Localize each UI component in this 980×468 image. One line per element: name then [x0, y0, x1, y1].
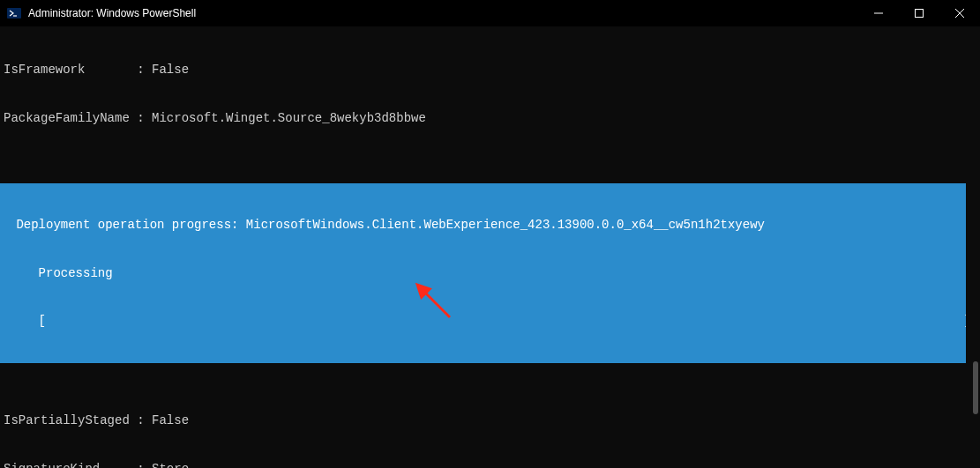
powershell-icon: [7, 6, 21, 20]
progress-block: Deployment operation progress: Microsoft…: [0, 183, 980, 363]
progress-bar: [ ]: [4, 313, 976, 329]
progress-title: Deployment operation progress: Microsoft…: [4, 217, 976, 233]
output-line: SignatureKind : Store: [0, 461, 980, 468]
window-controls: [858, 0, 980, 26]
output-line: PackageFamilyName : Microsoft.Winget.Sou…: [0, 110, 980, 126]
close-button[interactable]: [939, 0, 980, 26]
output-line: IsPartiallyStaged : False: [0, 412, 980, 428]
progress-status: Processing: [4, 265, 976, 281]
maximize-button[interactable]: [899, 0, 939, 26]
terminal-content[interactable]: IsFramework : False PackageFamilyName : …: [0, 26, 980, 468]
vertical-scrollbar[interactable]: [966, 26, 980, 468]
titlebar: Administrator: Windows PowerShell: [0, 0, 980, 26]
progress-bar-left: [: [9, 313, 46, 329]
svg-rect-3: [916, 10, 924, 18]
window-title: Administrator: Windows PowerShell: [28, 7, 858, 19]
scroll-thumb[interactable]: [973, 361, 978, 414]
minimize-button[interactable]: [858, 0, 899, 26]
output-line: IsFramework : False: [0, 62, 980, 78]
